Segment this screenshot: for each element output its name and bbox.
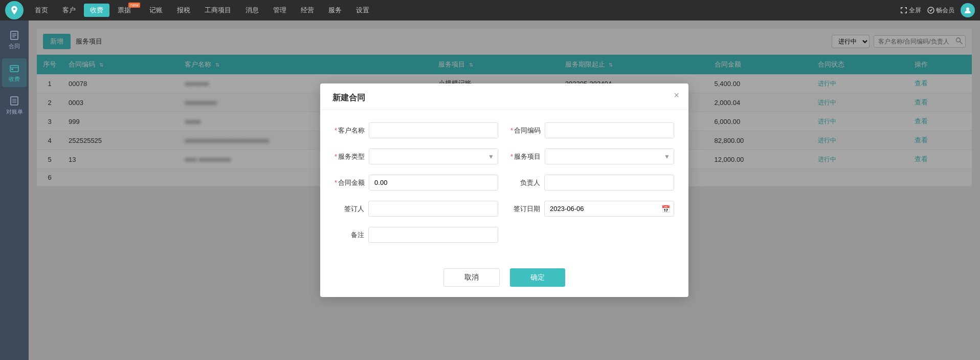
amount-input[interactable]: [369, 175, 498, 190]
nav-bizproject[interactable]: 工商项目: [198, 4, 237, 17]
contract-code-input[interactable]: [545, 122, 674, 138]
statement-icon: [9, 95, 20, 107]
signer-input[interactable]: [368, 201, 498, 217]
form-field-remark: 备注: [335, 227, 498, 243]
amount-label: *合同金额: [335, 178, 365, 187]
nav-customer[interactable]: 客户: [56, 4, 82, 17]
modal-footer: 取消 确定: [320, 261, 688, 297]
required-star-service-type: *: [335, 153, 337, 160]
fee-icon: [9, 62, 20, 74]
form-field-service-type: *服务类型 ▼: [335, 149, 498, 164]
fullscreen-btn[interactable]: 全屏: [900, 6, 921, 15]
nav-settings[interactable]: 设置: [350, 4, 375, 17]
form-field-service-item: *服务项目 ▼: [510, 149, 674, 164]
app-logo[interactable]: [5, 1, 24, 19]
nav-manage[interactable]: 管理: [267, 4, 293, 17]
service-type-select[interactable]: [369, 149, 498, 164]
responsible-label: 负责人: [510, 178, 540, 187]
form-field-signer: 签订人: [335, 201, 498, 217]
nav-fee[interactable]: 收费: [84, 4, 109, 17]
content-area: 新增 服务项目 进行中 已完成 已终止: [29, 20, 980, 360]
form-row-3: *合同金额 负责人: [335, 175, 674, 190]
form-field-customer: *客户名称: [335, 122, 498, 138]
contract-icon: [9, 30, 20, 41]
customer-input[interactable]: [369, 122, 498, 138]
nav-operation[interactable]: 经营: [295, 4, 320, 17]
signer-label: 签订人: [335, 204, 364, 214]
sign-date-input[interactable]: [544, 201, 674, 217]
main-layout: 合同 收费 对账单: [0, 20, 980, 360]
form-row-1: *客户名称 *合同编码: [335, 122, 674, 138]
responsible-input[interactable]: [544, 175, 674, 190]
sidebar-item-statement[interactable]: 对账单: [2, 91, 27, 120]
nav-right: 全屏 畅会员: [900, 3, 975, 17]
form-field-responsible: 负责人: [510, 175, 674, 190]
customer-label: *客户名称: [335, 126, 365, 135]
form-row-5: 备注: [335, 227, 674, 243]
sidebar: 合同 收费 对账单: [0, 20, 29, 360]
svg-rect-8: [11, 69, 13, 70]
modal-overlay[interactable]: 新建合同 × *客户名称 *合同编码: [29, 20, 980, 360]
required-star-amount: *: [335, 179, 337, 186]
svg-rect-6: [10, 66, 18, 72]
form-field-amount: *合同金额: [335, 175, 498, 190]
service-item-label: *服务项目: [510, 152, 541, 161]
service-item-select-wrap: ▼: [545, 149, 674, 164]
nav-home[interactable]: 首页: [29, 4, 54, 17]
modal-header: 新建合同: [320, 83, 688, 110]
new-badge: new: [128, 3, 140, 8]
top-nav: 首页 客户 收费 票据 new 记账 报税 工商项目 消息 管理 经营 服务 设…: [0, 0, 980, 20]
required-star-code: *: [510, 126, 513, 134]
sign-date-wrap: 📅: [544, 201, 674, 217]
service-type-label: *服务类型: [335, 152, 365, 161]
new-contract-modal: 新建合同 × *客户名称 *合同编码: [320, 83, 688, 297]
remark-label: 备注: [335, 230, 364, 240]
cancel-button[interactable]: 取消: [443, 268, 500, 287]
required-star-service-item: *: [510, 153, 513, 160]
nav-tax[interactable]: 报税: [171, 4, 196, 17]
form-field-sign-date: 签订日期 📅: [510, 201, 674, 217]
sidebar-item-fee[interactable]: 收费: [2, 58, 27, 87]
nav-message[interactable]: 消息: [239, 4, 265, 17]
required-star-customer: *: [335, 126, 337, 134]
contract-code-label: *合同编码: [510, 126, 541, 135]
form-field-contract-code: *合同编码: [510, 122, 674, 138]
nav-invoice[interactable]: 票据 new: [112, 4, 141, 17]
calendar-icon[interactable]: 📅: [661, 205, 670, 213]
service-type-select-wrap: ▼: [369, 149, 498, 164]
form-row-4: 签订人 签订日期 📅: [335, 201, 674, 217]
nav-bookkeeping[interactable]: 记账: [143, 4, 169, 17]
sign-date-label: 签订日期: [510, 204, 540, 214]
svg-point-1: [966, 8, 969, 11]
nav-items: 首页 客户 收费 票据 new 记账 报税 工商项目 消息 管理 经营 服务 设…: [29, 4, 900, 17]
confirm-button[interactable]: 确定: [510, 268, 565, 287]
modal-close-button[interactable]: ×: [674, 91, 679, 100]
form-row-2: *服务类型 ▼ *服务项目: [335, 149, 674, 164]
service-item-select[interactable]: [545, 149, 674, 164]
remark-input[interactable]: [368, 227, 498, 243]
member-btn[interactable]: 畅会员: [927, 6, 954, 15]
modal-body: *客户名称 *合同编码: [320, 110, 688, 261]
user-avatar[interactable]: [961, 3, 975, 17]
sidebar-item-contract[interactable]: 合同: [2, 26, 27, 54]
nav-service[interactable]: 服务: [322, 4, 348, 17]
